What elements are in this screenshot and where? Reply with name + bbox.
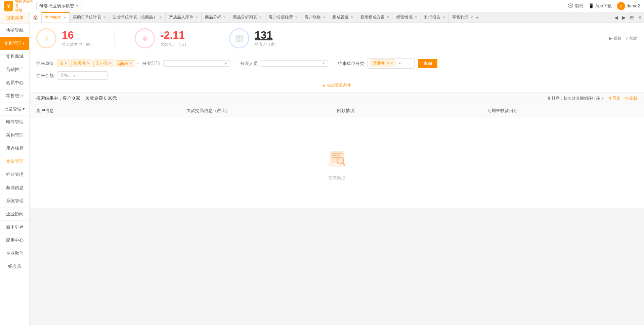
tab-close-icon[interactable]: ✕ — [63, 16, 66, 20]
classify-chevron-icon: ▼ — [398, 62, 401, 65]
app-download-button[interactable]: 📱 App下载 — [589, 3, 612, 9]
tab-nav-left[interactable]: ◀ — [612, 12, 620, 23]
help-doc-btn[interactable]: ? 帮助 — [626, 36, 637, 41]
filter-tag-cjttcw: cjttcw ✕ — [116, 60, 134, 67]
sidebar-item-system-mgmt[interactable]: 系统管理 — [0, 194, 29, 208]
filter-dept-select[interactable]: ▼ — [163, 60, 230, 67]
sidebar-item-purchase-mgmt[interactable]: 采购管理 — [0, 129, 29, 142]
download-icon: 📱 — [589, 3, 594, 8]
tab-close-icon[interactable]: ✕ — [470, 15, 473, 19]
sidebar-item-wholesale-mgmt[interactable]: 批发管理 ▼ — [0, 103, 29, 116]
col-debt-info: 欠款交易信息（占比） — [186, 108, 337, 114]
tag-close-cjttcw[interactable]: ✕ — [129, 61, 132, 66]
query-button[interactable]: 查询 — [418, 59, 437, 68]
tab-goods-analysis[interactable]: 商品分析 ✕ — [202, 12, 229, 23]
org-selector[interactable]: 母婴行业演示帐套 ▼ — [36, 2, 82, 10]
tab-bar-end: ◀ ▶ ⊞ ✕ — [612, 12, 644, 23]
filter-person-select[interactable]: ▼ — [261, 60, 328, 67]
tab-customer-tier[interactable]: 客户分层经营 ✕ — [265, 12, 301, 23]
stat-value-group-2: -2.11 欠款合计（万） — [160, 30, 188, 47]
sidebar-item-quick-nav[interactable]: 快捷导航 — [0, 24, 29, 37]
more-tags-btn[interactable]: ··· — [136, 61, 139, 66]
refresh-icon: ↺ — [625, 96, 628, 101]
tab-close-icon[interactable]: ✕ — [195, 15, 198, 19]
sidebar-item-enterprise-wechat[interactable]: 企业微信 — [0, 247, 29, 260]
tab-close-icon[interactable]: ✕ — [103, 15, 106, 19]
top-bar-left: ¥ 畅捷通好生意 标版 母婴行业演示帐套 ▼ — [4, 0, 82, 12]
divider-1 — [114, 30, 115, 47]
divider-2 — [209, 30, 209, 47]
export-button[interactable]: ⬆ 导出 — [608, 96, 621, 101]
stats-bar: ¥ 16 总欠款客户（家） ◆ -2.11 欠款合计（万） — [30, 23, 644, 54]
sidebar-item-inventory[interactable]: 库存核算 — [0, 142, 29, 155]
refresh-button[interactable]: ↺ 刷新 — [625, 96, 637, 101]
tab-close-icon[interactable]: ✕ — [323, 15, 326, 19]
tab-close-icon[interactable]: ✕ — [415, 15, 417, 19]
sidebar-item-marketing[interactable]: 营销推广 — [0, 63, 29, 76]
tab-business-status[interactable]: 经营情况 ✕ — [393, 12, 421, 23]
sidebar-item-app-center[interactable]: 应用中心 — [0, 234, 29, 247]
tab-close-icon[interactable]: ✕ — [223, 15, 226, 19]
tab-close-icon[interactable]: ✕ — [295, 15, 298, 19]
collapse-button[interactable]: ∧ 收起更多条件 — [323, 82, 351, 88]
tag-close-wang[interactable]: ✕ — [109, 61, 112, 66]
tab-customer-ledger[interactable]: 客户账本 ✕ — [42, 12, 70, 23]
dept-more-icon[interactable]: ··· — [234, 62, 237, 66]
sidebar-item-retail-mall[interactable]: 零售商城 — [0, 50, 29, 63]
export-icon: ⬆ — [608, 96, 612, 101]
help-video-btn[interactable]: ▶ 视频 — [609, 36, 621, 41]
sidebar-item-enterprise-collab[interactable]: 企业协同 — [0, 208, 29, 221]
person-more-icon[interactable]: ··· — [332, 62, 335, 66]
message-button[interactable]: 💬 消息 — [568, 3, 583, 9]
sidebar-item-operations[interactable]: 经营管理 — [0, 168, 29, 181]
tab-goods-analysis-list[interactable]: 商品分析列表 ✕ — [229, 12, 265, 23]
filter-row-1: 往来单位 伍 ✕ 陈民强 ✕ 王小亮 ✕ — [36, 58, 637, 69]
sidebar-item-retail-mgmt[interactable]: 零售管理 ▼ — [0, 37, 29, 50]
tab-product-warehouse[interactable]: 产成品入库单 ✕ — [166, 12, 202, 23]
filter-classify-select[interactable]: 普通客户 ✕ ▼ — [368, 58, 415, 69]
sidebar-item-beginner-guide[interactable]: 新手引导 — [0, 221, 29, 234]
stat-icon-yuan: ¥ — [36, 28, 56, 48]
sidebar-item-basic-info[interactable]: 基础信息 — [0, 181, 29, 194]
tab-incoming-stats[interactable]: 进货单统计表（按商品） ✕ — [110, 12, 166, 23]
filter-label-classify: 往来单位分类 — [338, 61, 364, 67]
top-bar: ¥ 畅捷通好生意 标版 母婴行业演示帐套 ▼ 💬 消息 📱 App下载 d de… — [0, 0, 644, 12]
tab-nav-right[interactable]: ▶ — [620, 12, 628, 23]
tab-profit-report[interactable]: 利润报告 ✕ — [421, 12, 449, 23]
tab-commission-settings[interactable]: 提成设置 ✕ — [329, 12, 357, 23]
tab-expand-btn[interactable]: ⊞ — [628, 12, 636, 23]
play-icon: ▶ — [609, 36, 612, 41]
sidebar-item-retail-stats[interactable]: 零售统计 — [0, 89, 29, 103]
filter-balance-select[interactable]: 选择... ▼ — [57, 71, 108, 80]
sidebar-item-member[interactable]: 畅会员 — [0, 260, 29, 273]
message-icon: 💬 — [568, 3, 573, 8]
tab-new-commission[interactable]: 新增提成方案 ✕ — [357, 12, 393, 23]
stat-value-group-3: 131 总客户（家） — [255, 30, 279, 47]
tab-close-icon[interactable]: ✕ — [351, 15, 353, 19]
tab-close-icon[interactable]: ✕ — [387, 15, 389, 19]
filter-area: 往来单位 伍 ✕ 陈民强 ✕ 王小亮 ✕ — [30, 54, 644, 93]
tag-close-wu[interactable]: ✕ — [65, 61, 68, 66]
tab-close-icon[interactable]: ✕ — [259, 15, 262, 19]
home-icon: 🏠 — [33, 15, 38, 20]
sidebar-item-ecommerce[interactable]: 电商管理 — [0, 116, 29, 129]
svg-rect-2 — [332, 153, 342, 154]
tab-left-icon[interactable]: ◀ — [476, 15, 478, 19]
sort-select[interactable]: ⇅ 排序：按欠款金额倒序排序 ▼ — [547, 96, 604, 101]
tab-customer-contact[interactable]: 客户联络 ✕ — [301, 12, 329, 23]
sidebar-item-finance-mgmt[interactable]: 资金管理 — [0, 155, 29, 168]
collapse-row: ∧ 收起更多条件 — [36, 82, 637, 88]
tag-close-chen[interactable]: ✕ — [87, 61, 90, 66]
sidebar-item-member-center[interactable]: 会员中心 — [0, 76, 29, 89]
tag-close-common-customer[interactable]: ✕ — [390, 61, 393, 66]
tab-home[interactable]: 🏠 — [30, 12, 42, 23]
tab-close-icon[interactable]: ✕ — [442, 15, 445, 19]
tab-purchase-order-stats[interactable]: 采购订单统计表 ✕ — [70, 12, 110, 23]
filter-label-person: 分管人员 — [240, 61, 258, 67]
tab-retail-profit[interactable]: 零售利润 ✕ ◀ — [449, 12, 482, 23]
sidebar-item-search[interactable]: 搜索菜单 — [0, 12, 29, 24]
user-menu[interactable]: d demo2 — [617, 2, 640, 10]
tab-close-all-btn[interactable]: ✕ — [636, 12, 644, 23]
tab-close-icon[interactable]: ✕ — [159, 15, 162, 19]
search-result-bar: 搜索结果中，客户 0 家 欠款金额 0.00元 ⇅ 排序：按欠款金额倒序排序 ▼… — [30, 93, 644, 104]
